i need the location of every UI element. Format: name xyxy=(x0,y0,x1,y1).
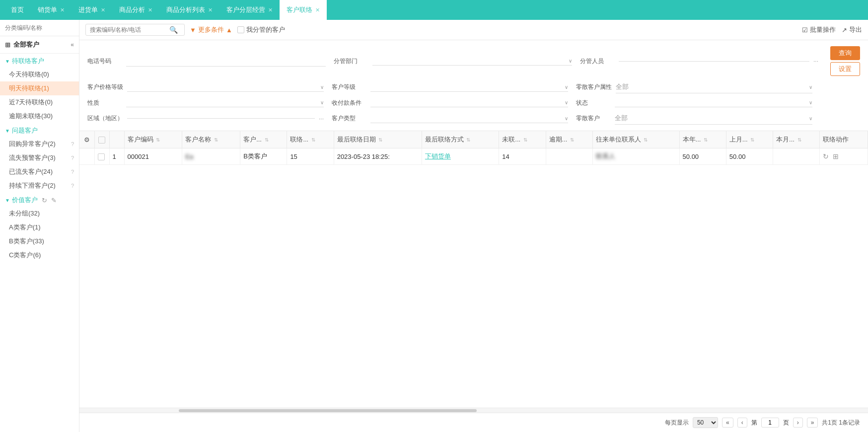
nav-customer-contact[interactable]: 客户联络 ✕ xyxy=(280,0,327,20)
filter-select-nature[interactable]: ∨ xyxy=(126,98,324,107)
last-page-button[interactable]: » xyxy=(807,418,818,428)
refresh-action-icon[interactable]: ↻ xyxy=(823,152,829,160)
next-page-button[interactable]: › xyxy=(793,418,803,428)
nav-purchase-order[interactable]: 进货单 ✕ xyxy=(72,0,112,20)
close-icon[interactable]: ✕ xyxy=(315,7,320,13)
th-this-year[interactable]: 本年... ⇅ xyxy=(679,131,726,148)
table-scroll-bar[interactable] xyxy=(79,408,868,413)
th-this-month[interactable]: 本月... ⇅ xyxy=(773,131,820,148)
page-number-input[interactable] xyxy=(761,418,779,428)
dots-icon[interactable]: ··· xyxy=(813,58,818,65)
th-code[interactable]: 客户编码 ⇅ xyxy=(124,131,182,148)
th-name[interactable]: 客户名称 ⇅ xyxy=(182,131,240,148)
checkbox-icon[interactable] xyxy=(237,26,244,33)
filter-label-retail-attr: 零散客户属性 xyxy=(576,83,612,91)
refresh-icon[interactable]: ↻ xyxy=(42,197,47,204)
filter-select-retail-customer[interactable]: 全部 ∨ xyxy=(615,112,812,125)
customer-name-text: Ea xyxy=(185,153,193,160)
sidebar-item-c-class[interactable]: C类客户(6) xyxy=(0,248,79,262)
th-unit-contact[interactable]: 往来单位联系人 ⇅ xyxy=(592,131,679,148)
th-last-date[interactable]: 最后联络日期 ⇅ xyxy=(334,131,422,148)
filter-select-customer-level[interactable]: ∨ xyxy=(370,83,568,92)
sidebar-item-churn-warning[interactable]: 流失预警客户(3) ? xyxy=(0,151,79,165)
filter-select-status[interactable]: ∨ xyxy=(615,98,812,107)
section-title-pending[interactable]: ▼ 待联络客户 xyxy=(0,54,79,68)
filter-label-dept: 分管部门 xyxy=(334,57,368,66)
sidebar-item-overdue-pending[interactable]: 逾期未联络(30) xyxy=(0,109,79,123)
close-icon[interactable]: ✕ xyxy=(101,7,105,13)
my-customers-checkbox[interactable]: 我分管的客户 xyxy=(237,25,285,34)
nav-product-analysis[interactable]: 商品分析 ✕ xyxy=(112,0,159,20)
help-icon[interactable]: ? xyxy=(71,183,74,189)
sidebar-item-declining[interactable]: 持续下滑客户(2) ? xyxy=(0,179,79,193)
search-icon[interactable]: 🔍 xyxy=(169,26,178,34)
triangle-icon: ▼ xyxy=(5,59,10,64)
checkbox-icon: ☑ xyxy=(802,26,808,34)
row-checkbox[interactable] xyxy=(98,153,105,160)
scroll-thumb[interactable] xyxy=(179,409,477,412)
sidebar-item-churned[interactable]: 已流失客户(24) ? xyxy=(0,165,79,179)
batch-operation-button[interactable]: ☑ 批量操作 xyxy=(802,25,836,34)
close-icon[interactable]: ✕ xyxy=(60,7,65,13)
td-last-method[interactable]: 下销货单 xyxy=(422,148,499,165)
filter-label-person: 分管人员 xyxy=(580,57,615,66)
select-all-checkbox[interactable] xyxy=(98,137,105,144)
sidebar-item-b-class[interactable]: B类客户(33) xyxy=(0,234,79,248)
sidebar-item-tomorrow-pending[interactable]: 明天待联络(1) xyxy=(0,81,79,95)
sort-icon: ⇅ xyxy=(265,137,269,143)
filter-select-payment[interactable]: ∨ xyxy=(370,98,568,107)
sidebar-item-7days-pending[interactable]: 近7天待联络(0) xyxy=(0,95,79,109)
table-row: 1 000021 Ea B类客户 15 2023-05-23 18:25: 下销… xyxy=(79,148,868,165)
filter-select-price-level[interactable]: ∨ xyxy=(127,83,324,92)
export-button[interactable]: ↗ 导出 xyxy=(842,25,862,34)
sidebar-all-customers[interactable]: ⊞ 全部客户 « xyxy=(0,36,79,54)
help-icon[interactable]: ? xyxy=(71,155,74,161)
last-method-link[interactable]: 下销货单 xyxy=(425,152,451,160)
triangle-icon: ▼ xyxy=(5,198,10,203)
page-size-select[interactable]: 50 100 200 xyxy=(693,417,718,428)
th-uncontacted[interactable]: 未联... ⇅ xyxy=(499,131,546,148)
nav-customer-segment[interactable]: 客户分层经营 ✕ xyxy=(219,0,280,20)
help-icon[interactable]: ? xyxy=(71,141,74,147)
th-settings[interactable]: ⚙ xyxy=(79,131,94,148)
filter-select-retail-attr[interactable]: 全部 ∨ xyxy=(616,81,812,93)
sidebar-item-a-class[interactable]: A类客户(1) xyxy=(0,220,79,234)
settings-button[interactable]: 设置 xyxy=(830,62,860,76)
more-filter-button[interactable]: ▼ 更多条件 ▲ xyxy=(190,25,232,34)
filter-cell-retail-customer: 零散客户 全部 ∨ xyxy=(576,112,812,125)
td-index: 1 xyxy=(109,148,124,165)
close-icon[interactable]: ✕ xyxy=(208,7,213,13)
dots-icon[interactable]: ··· xyxy=(319,115,324,122)
td-checkbox[interactable] xyxy=(94,148,109,165)
nav-sales-order[interactable]: 销货单 ✕ xyxy=(31,0,72,20)
th-overdue[interactable]: 逾期... ⇅ xyxy=(546,131,592,148)
sidebar-item-repurchase-anomaly[interactable]: 回购异常客户(2) ? xyxy=(0,137,79,151)
first-page-button[interactable]: « xyxy=(722,418,733,428)
nav-product-analysis-list[interactable]: 商品分析列表 ✕ xyxy=(159,0,219,20)
th-checkbox[interactable] xyxy=(94,131,109,148)
nav-home[interactable]: 首页 xyxy=(4,0,31,20)
prev-page-button[interactable]: ‹ xyxy=(737,418,747,428)
sidebar-search-input[interactable] xyxy=(5,24,79,31)
section-title-value[interactable]: ▼ 价值客户 ↻ ✎ xyxy=(0,193,79,207)
search-input[interactable] xyxy=(90,26,169,33)
query-button[interactable]: 查询 xyxy=(830,46,860,60)
th-last-method[interactable]: 最后联络方式 ⇅ xyxy=(422,131,499,148)
collapse-icon[interactable]: « xyxy=(71,41,74,48)
filter-input-phone[interactable] xyxy=(126,56,326,67)
close-icon[interactable]: ✕ xyxy=(148,7,152,13)
sidebar-item-today-pending[interactable]: 今天待联络(0) xyxy=(0,68,79,81)
grid-action-icon[interactable]: ⊞ xyxy=(833,152,839,160)
close-icon[interactable]: ✕ xyxy=(268,7,273,13)
sidebar-item-ungrouped[interactable]: 未分组(32) xyxy=(0,207,79,220)
help-icon[interactable]: ? xyxy=(71,169,74,175)
th-type[interactable]: 客户... ⇅ xyxy=(240,131,287,148)
th-contact[interactable]: 联络... ⇅ xyxy=(287,131,334,148)
filter-label-status: 状态 xyxy=(576,99,611,107)
th-action: 联络动作 xyxy=(820,131,868,148)
section-title-problem[interactable]: ▼ 问题客户 xyxy=(0,123,79,137)
th-last-month[interactable]: 上月... ⇅ xyxy=(726,131,773,148)
edit-icon[interactable]: ✎ xyxy=(51,197,57,204)
filter-select-customer-type[interactable]: ∨ xyxy=(370,114,568,123)
filter-select-dept[interactable]: ∨ xyxy=(372,57,572,66)
